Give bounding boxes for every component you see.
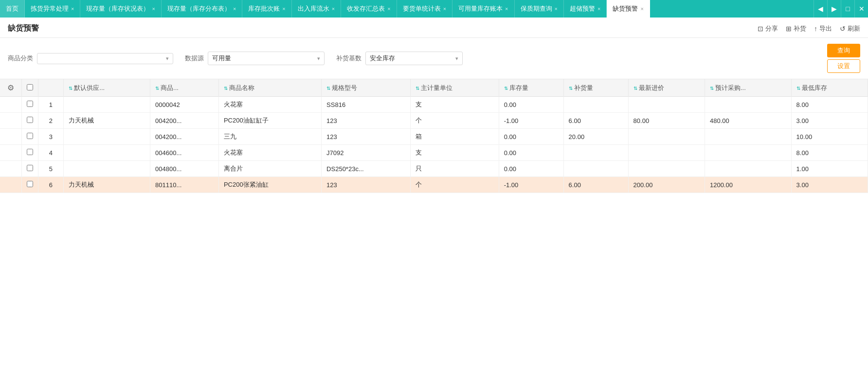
- column-product_code[interactable]: ⇅商品...: [150, 79, 219, 97]
- cell-stock-3: 0.00: [499, 145, 563, 161]
- restore-window-button[interactable]: □: [841, 0, 854, 18]
- row-num-4: 5: [38, 161, 64, 177]
- base-select[interactable]: 安全库存 ▾: [365, 52, 463, 65]
- select-all-checkbox[interactable]: [27, 84, 33, 90]
- cell-product_code-5: 801110...: [150, 177, 219, 193]
- category-select[interactable]: ▾: [37, 53, 173, 64]
- settings-button[interactable]: 设置: [827, 59, 860, 73]
- cell-stock-1: -1.00: [499, 113, 563, 129]
- row-select-checkbox-4[interactable]: [27, 165, 33, 171]
- row-gear-0: [0, 97, 21, 113]
- tab-item-11[interactable]: 缺货预警 ×: [607, 0, 650, 18]
- tab-close-9[interactable]: ×: [555, 6, 558, 12]
- tab-item-10[interactable]: 超储预警 ×: [564, 0, 607, 18]
- tab-item-5[interactable]: 出入库流水 ×: [292, 0, 341, 18]
- filter-row: 商品分类 ▾ 数据源 可用量 ▾ 补货基数 安全库存 ▾ 查询 设置: [0, 38, 868, 79]
- column-checkbox[interactable]: [21, 79, 38, 97]
- tab-close-1[interactable]: ×: [71, 6, 74, 12]
- close-all-button[interactable]: ✕: [854, 0, 868, 18]
- tab-nav-buttons: ◀ ▶ □ ✕: [814, 0, 868, 18]
- tab-label-8: 可用量库存账本: [458, 4, 503, 13]
- cell-latest_price-5: 200.00: [628, 177, 705, 193]
- cell-replenish-2: 20.00: [563, 129, 628, 145]
- tab-item-0[interactable]: 首页: [0, 0, 25, 18]
- category-filter-group: 商品分类 ▾: [8, 53, 173, 64]
- cell-product_code-1: 004200...: [150, 113, 219, 129]
- tab-close-10[interactable]: ×: [597, 6, 600, 12]
- datasource-chevron-icon: ▾: [317, 55, 320, 62]
- row-checkbox-2[interactable]: [21, 129, 38, 145]
- column-latest_price[interactable]: ⇅最新进价: [628, 79, 705, 97]
- sort-icon-latest_price: ⇅: [633, 86, 637, 91]
- cell-default_supplier-4: [64, 161, 150, 177]
- row-num-5: 6: [38, 177, 64, 193]
- tab-close-3[interactable]: ×: [233, 6, 236, 12]
- column-min_stock[interactable]: ⇅最低库存: [791, 79, 868, 97]
- refresh-icon: ↺: [840, 25, 846, 33]
- cell-product_name-1: PC200油缸缸子: [218, 113, 321, 129]
- tab-item-8[interactable]: 可用量库存账本 ×: [452, 0, 514, 18]
- table-row: 10000042火花塞SS816支0.008.00: [0, 97, 868, 113]
- prev-tab-button[interactable]: ◀: [814, 0, 827, 18]
- row-select-checkbox-0[interactable]: [27, 101, 33, 107]
- row-gear-5: [0, 177, 21, 193]
- header-actions: ⊡ 分享 ⊞ 补货 ↑ 导出 ↺ 刷新: [758, 24, 860, 33]
- tab-item-4[interactable]: 库存批次账 ×: [242, 0, 291, 18]
- column-default_supplier[interactable]: ⇅默认供应...: [64, 79, 150, 97]
- cell-stock-5: -1.00: [499, 177, 563, 193]
- tab-item-9[interactable]: 保质期查询 ×: [515, 0, 564, 18]
- tab-close-7[interactable]: ×: [443, 6, 446, 12]
- share-button[interactable]: ⊡ 分享: [758, 24, 778, 33]
- column-replenish[interactable]: ⇅补货量: [563, 79, 628, 97]
- next-tab-button[interactable]: ▶: [827, 0, 841, 18]
- tab-label-4: 库存批次账: [248, 4, 280, 13]
- row-select-checkbox-5[interactable]: [27, 181, 33, 187]
- tab-close-11[interactable]: ×: [640, 6, 643, 12]
- sort-icon-product_code: ⇅: [155, 86, 159, 91]
- row-checkbox-3[interactable]: [21, 145, 38, 161]
- refresh-button[interactable]: ↺ 刷新: [840, 24, 860, 33]
- sort-icon-min_stock: ⇅: [796, 86, 800, 91]
- tab-label-2: 现存量（库存状况表）: [86, 4, 149, 13]
- tab-close-6[interactable]: ×: [387, 6, 390, 12]
- row-gear-2: [0, 129, 21, 145]
- cell-spec-3: J7092: [322, 145, 411, 161]
- column-stock[interactable]: ⇅库存量: [499, 79, 563, 97]
- cell-default_supplier-1: 力天机械: [64, 113, 150, 129]
- row-checkbox-0[interactable]: [21, 97, 38, 113]
- tab-item-7[interactable]: 要货单统计表 ×: [397, 0, 452, 18]
- tab-close-4[interactable]: ×: [282, 6, 285, 12]
- row-select-checkbox-2[interactable]: [27, 133, 33, 139]
- cell-min_stock-1: 3.00: [791, 113, 868, 129]
- cell-unit-1: 个: [410, 113, 499, 129]
- tab-item-1[interactable]: 拣货异常处理 ×: [25, 0, 80, 18]
- row-select-checkbox-3[interactable]: [27, 149, 33, 155]
- row-checkbox-4[interactable]: [21, 161, 38, 177]
- tab-close-2[interactable]: ×: [152, 6, 155, 12]
- tab-close-8[interactable]: ×: [505, 6, 508, 12]
- row-checkbox-5[interactable]: [21, 177, 38, 193]
- column-unit[interactable]: ⇅主计量单位: [410, 79, 499, 97]
- cell-product_name-4: 离合片: [218, 161, 321, 177]
- column-gear[interactable]: ⚙: [0, 79, 21, 97]
- sort-icon-spec: ⇅: [326, 86, 330, 91]
- datasource-select[interactable]: 可用量 ▾: [208, 52, 325, 65]
- cell-unit-0: 支: [410, 97, 499, 113]
- tab-close-5[interactable]: ×: [332, 6, 335, 12]
- cell-latest_price-1: 80.00: [628, 113, 705, 129]
- table-row: 3004200...三九123箱0.0020.0010.00: [0, 129, 868, 145]
- row-select-checkbox-1[interactable]: [27, 117, 33, 123]
- replenish-button[interactable]: ⊞ 补货: [786, 24, 806, 33]
- export-button[interactable]: ↑ 导出: [814, 24, 832, 33]
- query-button[interactable]: 查询: [827, 44, 860, 57]
- cell-spec-4: DS250*23c...: [322, 161, 411, 177]
- column-estimated_purchase[interactable]: ⇅预计采购...: [705, 79, 791, 97]
- tab-label-9: 保质期查询: [521, 4, 552, 13]
- tab-item-3[interactable]: 现存量（库存分布表） ×: [162, 0, 242, 18]
- column-spec[interactable]: ⇅规格型号: [322, 79, 411, 97]
- tab-item-2[interactable]: 现存量（库存状况表） ×: [80, 0, 161, 18]
- cell-replenish-4: [563, 161, 628, 177]
- column-product_name[interactable]: ⇅商品名称: [218, 79, 321, 97]
- row-checkbox-1[interactable]: [21, 113, 38, 129]
- tab-item-6[interactable]: 收发存汇总表 ×: [341, 0, 397, 18]
